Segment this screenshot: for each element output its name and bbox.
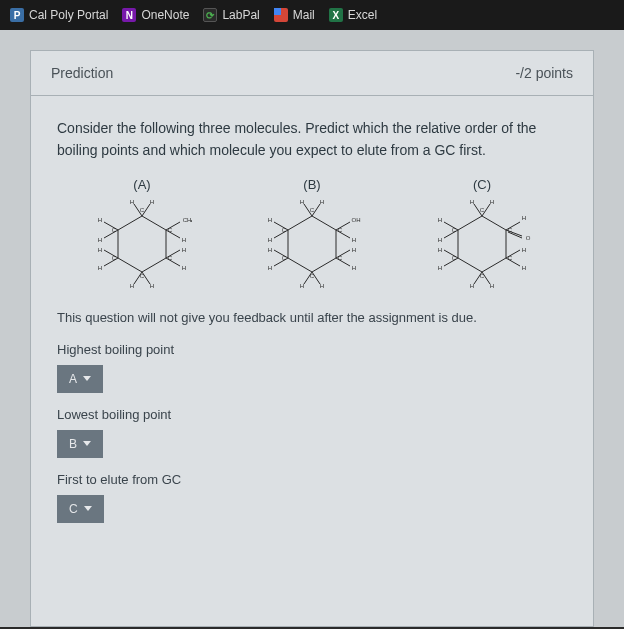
svg-text:H: H: [522, 265, 526, 271]
svg-text:H: H: [268, 237, 272, 243]
svg-text:H: H: [182, 247, 186, 253]
field-highest: Highest boiling point A: [57, 342, 567, 393]
svg-text:H: H: [490, 199, 494, 205]
dropdown-first-value: C: [69, 502, 78, 516]
tab-label: Mail: [293, 8, 315, 22]
card-body: Consider the following three molecules. …: [31, 96, 593, 626]
dropdown-highest-value: A: [69, 372, 77, 386]
svg-text:H: H: [352, 247, 356, 253]
browser-tab-bar: P Cal Poly Portal N OneNote ⟳ LabPal Mai…: [0, 0, 624, 30]
dropdown-lowest-value: B: [69, 437, 77, 451]
dropdown-lowest[interactable]: B: [57, 430, 103, 458]
svg-text:C: C: [508, 255, 513, 261]
svg-text:H: H: [98, 217, 102, 223]
svg-text:C: C: [338, 255, 343, 261]
svg-text:C: C: [282, 255, 287, 261]
tab-onenote[interactable]: N OneNote: [122, 8, 189, 22]
svg-text:C: C: [168, 255, 173, 261]
svg-text:H: H: [470, 199, 474, 205]
content-area: Prediction -/2 points Consider the follo…: [0, 30, 624, 627]
mail-icon: [274, 8, 288, 22]
card-title: Prediction: [51, 65, 113, 81]
molecule-a: (A) HH CH₃H: [57, 177, 227, 290]
svg-text:C: C: [338, 227, 343, 233]
svg-text:C: C: [480, 207, 485, 213]
svg-text:H: H: [182, 265, 186, 271]
field-highest-label: Highest boiling point: [57, 342, 567, 357]
svg-text:H: H: [320, 283, 324, 289]
dropdown-highest[interactable]: A: [57, 365, 103, 393]
molecule-c-label: (C): [473, 177, 491, 192]
onenote-icon: N: [122, 8, 136, 22]
svg-text:H: H: [268, 265, 272, 271]
tab-labpal[interactable]: ⟳ LabPal: [203, 8, 259, 22]
svg-text:H: H: [490, 283, 494, 289]
svg-text:H: H: [300, 283, 304, 289]
svg-marker-0: [118, 216, 166, 272]
svg-text:H: H: [300, 199, 304, 205]
svg-text:H: H: [352, 265, 356, 271]
tab-label: LabPal: [222, 8, 259, 22]
svg-text:H: H: [352, 237, 356, 243]
svg-marker-31: [288, 216, 336, 272]
svg-text:H: H: [182, 237, 186, 243]
svg-text:H: H: [438, 265, 442, 271]
svg-text:H: H: [320, 199, 324, 205]
svg-text:C: C: [310, 207, 315, 213]
svg-text:H: H: [98, 265, 102, 271]
svg-text:H: H: [438, 217, 442, 223]
svg-text:C: C: [140, 273, 145, 279]
tab-cal-poly-portal[interactable]: P Cal Poly Portal: [10, 8, 108, 22]
svg-marker-62: [458, 216, 506, 272]
svg-text:C: C: [508, 227, 513, 233]
question-card: Prediction -/2 points Consider the follo…: [30, 50, 594, 627]
svg-text:C: C: [310, 273, 315, 279]
field-first-label: First to elute from GC: [57, 472, 567, 487]
molecule-a-label: (A): [133, 177, 150, 192]
svg-text:C: C: [452, 227, 457, 233]
svg-text:H: H: [130, 199, 134, 205]
svg-text:H: H: [130, 283, 134, 289]
labpal-icon: ⟳: [203, 8, 217, 22]
molecule-b-label: (B): [303, 177, 320, 192]
molecule-a-structure: HH CH₃H HH HH HH HH CCC CCC: [92, 198, 192, 290]
svg-text:H: H: [268, 247, 272, 253]
card-points: -/2 points: [515, 65, 573, 81]
tab-label: OneNote: [141, 8, 189, 22]
svg-text:H: H: [522, 215, 526, 221]
molecule-c-structure: HH HO HH HH HH HH CCC CCC: [432, 198, 532, 290]
chevron-down-icon: [83, 441, 91, 446]
svg-text:H: H: [438, 237, 442, 243]
field-lowest-label: Lowest boiling point: [57, 407, 567, 422]
svg-text:O: O: [526, 235, 531, 241]
svg-text:H: H: [150, 199, 154, 205]
svg-text:C: C: [112, 255, 117, 261]
tab-label: Excel: [348, 8, 377, 22]
svg-text:H: H: [438, 247, 442, 253]
svg-text:CH₃: CH₃: [183, 217, 192, 223]
tab-mail[interactable]: Mail: [274, 8, 315, 22]
tab-excel[interactable]: X Excel: [329, 8, 377, 22]
field-lowest: Lowest boiling point B: [57, 407, 567, 458]
svg-text:C: C: [112, 227, 117, 233]
molecule-row: (A) HH CH₃H: [57, 177, 567, 290]
field-first-elute: First to elute from GC C: [57, 472, 567, 523]
molecule-c: (C) HH HO: [397, 177, 567, 290]
svg-text:H: H: [522, 247, 526, 253]
chevron-down-icon: [84, 506, 92, 511]
question-text: Consider the following three molecules. …: [57, 118, 567, 161]
svg-text:H: H: [98, 237, 102, 243]
svg-text:H: H: [150, 283, 154, 289]
svg-text:C: C: [140, 207, 145, 213]
tab-label: Cal Poly Portal: [29, 8, 108, 22]
svg-text:H: H: [268, 217, 272, 223]
portal-icon: P: [10, 8, 24, 22]
dropdown-first-elute[interactable]: C: [57, 495, 104, 523]
molecule-b-structure: HH OHH HH HH HH HH CCC CCC: [262, 198, 362, 290]
svg-text:H: H: [98, 247, 102, 253]
svg-text:C: C: [452, 255, 457, 261]
svg-text:C: C: [282, 227, 287, 233]
excel-icon: X: [329, 8, 343, 22]
svg-text:H: H: [470, 283, 474, 289]
svg-text:OH: OH: [352, 217, 361, 223]
